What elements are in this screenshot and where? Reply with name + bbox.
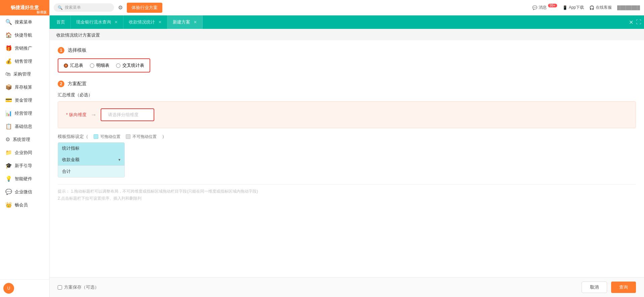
stat-col-label: 收款金额 xyxy=(62,157,79,163)
member-icon: 👑 xyxy=(5,202,12,208)
sidebar-item-newbie[interactable]: 🎓新手引导 xyxy=(0,159,49,172)
sidebar-item-operations[interactable]: 📊经营管理 xyxy=(0,107,49,120)
step2-title: 方案配置 xyxy=(68,81,87,87)
avatar: U xyxy=(3,283,14,294)
tab-home[interactable]: 首页 xyxy=(50,15,71,29)
radio-detail-input[interactable] xyxy=(90,63,94,68)
breadcrumb: 收款情况统计方案设置 xyxy=(56,33,100,38)
sidebar-item-label: 销售管理 xyxy=(15,58,32,64)
save-option[interactable]: 方案保存（可选） xyxy=(58,284,99,290)
step1-label: 1 选择模板 xyxy=(58,47,636,54)
sidebar-item-label: 系统管理 xyxy=(13,137,30,143)
purchase-icon: 🛍 xyxy=(5,71,11,77)
close-tab-icon[interactable]: ✕ xyxy=(629,19,633,26)
radio-cross-label: 交叉统计表 xyxy=(122,62,144,68)
tab-bank-flow[interactable]: 现金银行流水查询✕ xyxy=(71,15,123,29)
topbar: 🔍 搜索菜单 ⚙ 体验行业方案 💬 消息 99+ 📱 App下载 🎧 在线客服 … xyxy=(50,0,644,15)
tab-close-icon[interactable]: ✕ xyxy=(194,20,197,24)
draggable-box xyxy=(94,134,98,139)
sidebar-item-enterprise[interactable]: 📁企业协同 xyxy=(0,146,49,159)
tab-collection-stat[interactable]: 收款情况统计✕ xyxy=(123,15,167,29)
dimension-section-label: 汇总维度（必选） xyxy=(58,92,636,98)
config-section: 汇总维度（必选） 纵向维度 → 请选择分组维度 模板指标设定（ xyxy=(58,92,636,207)
service-link[interactable]: 🎧 在线客服 xyxy=(589,5,612,10)
message-icon: 💬 xyxy=(532,5,537,10)
sidebar-item-sales[interactable]: 💰销售管理 xyxy=(0,55,49,68)
draggable-hint: 可拖动位置 xyxy=(94,134,120,140)
tab-label: 新建方案 xyxy=(173,19,190,25)
step2-section: 2 方案配置 汇总维度（必选） 纵向维度 → 请选择分组维度 xyxy=(58,81,636,207)
tip2: 2.点击标题栏下拉可设置排序、插入列和删除列 xyxy=(58,196,636,201)
radio-detail-label: 明细表 xyxy=(96,62,109,68)
sidebar-item-label: 库存核算 xyxy=(15,84,32,90)
stat-header-label: 统计指标 xyxy=(62,145,79,151)
tab-label: 收款情况统计 xyxy=(129,19,155,25)
sidebar-item-marketing[interactable]: 🎁营销推广 xyxy=(0,42,49,55)
tab-new-plan[interactable]: 新建方案✕ xyxy=(167,15,203,29)
sidebar-item-basic-info[interactable]: 📋基础信息 xyxy=(0,120,49,133)
tip1: 提示： 1.拖动标题栏可以调整布局，不可跨维度或指标区域拖动栏目字段(只能在同一… xyxy=(58,189,636,194)
stat-col-header[interactable]: 收款金额 ▾ xyxy=(58,154,124,165)
step2-label: 2 方案配置 xyxy=(58,81,636,87)
step1-section: 1 选择模板 汇总表 明细表 xyxy=(58,47,636,72)
sidebar-item-inventory[interactable]: 📦库存核算 xyxy=(0,81,49,94)
radio-cross-input[interactable] xyxy=(116,63,120,68)
radio-group: 汇总表 明细表 交叉统计表 xyxy=(64,62,144,68)
tabs-bar: 首页现金银行流水查询✕收款情况统计✕新建方案✕ ✕ ⛶ xyxy=(50,15,644,29)
enterprise-icon: 📁 xyxy=(5,149,12,156)
logo-text: 畅捷通好生意 xyxy=(11,5,39,11)
message-count: 99+ xyxy=(548,4,557,7)
message-link[interactable]: 💬 消息 99+ xyxy=(532,5,557,10)
version-badge: 标准版 xyxy=(37,10,47,15)
save-checkbox[interactable] xyxy=(58,285,62,290)
app-logo: 畅捷通好生意 标准版 xyxy=(0,0,49,15)
sidebar-item-label: 畅会员 xyxy=(15,202,28,208)
tips-area: 提示： 1.拖动标题栏可以调整布局，不可跨维度或指标区域拖动栏目字段(只能在同一… xyxy=(58,184,636,207)
arrow-icon: → xyxy=(91,111,97,118)
fixed-box xyxy=(126,134,130,139)
sidebar-item-label: 搜索菜单 xyxy=(15,19,32,25)
cancel-button[interactable]: 取消 xyxy=(582,282,607,293)
radio-summary[interactable]: 汇总表 xyxy=(64,62,83,68)
radio-summary-input[interactable] xyxy=(64,63,68,68)
sidebar-item-label: 企业协同 xyxy=(15,150,32,156)
sidebar-item-weixin[interactable]: 💬企业微信 xyxy=(0,185,49,198)
sidebar-item-member[interactable]: 👑畅会员 xyxy=(0,198,49,211)
radio-detail[interactable]: 明细表 xyxy=(90,62,109,68)
weixin-icon: 💬 xyxy=(5,189,12,195)
tab-close-icon[interactable]: ✕ xyxy=(158,20,162,24)
sidebar-item-capital[interactable]: 💳资金管理 xyxy=(0,94,49,107)
inventory-icon: 📦 xyxy=(5,84,12,90)
sys-mgmt-icon: ⚙ xyxy=(5,136,10,143)
sidebar-bottom: U xyxy=(0,279,49,297)
maximize-icon[interactable]: ⛶ xyxy=(636,19,641,25)
sidebar-item-sys-mgmt[interactable]: ⚙系统管理 xyxy=(0,133,49,146)
query-button[interactable]: 查询 xyxy=(611,282,636,293)
template-select-box: 汇总表 明细表 交叉统计表 xyxy=(58,58,150,72)
dimension-select[interactable]: 请选择分组维度 xyxy=(101,108,154,121)
sidebar-item-label: 资金管理 xyxy=(15,97,32,103)
settings-icon[interactable]: ⚙ xyxy=(118,4,123,11)
sidebar-item-quick-nav[interactable]: 🏠快捷导航 xyxy=(0,29,49,42)
trial-button[interactable]: 体验行业方案 xyxy=(127,3,162,13)
sidebar-item-smart-hw[interactable]: 💡智能硬件 xyxy=(0,172,49,185)
sidebar: 畅捷通好生意 标准版 🔍搜索菜单🏠快捷导航🎁营销推广💰销售管理🛍采购管理📦库存核… xyxy=(0,0,50,297)
stat-table-header: 统计指标 xyxy=(58,143,124,154)
service-icon: 🎧 xyxy=(589,5,594,10)
fixed-hint: 不可拖动位置 xyxy=(126,134,157,140)
sidebar-item-purchase[interactable]: 🛍采购管理 xyxy=(0,68,49,81)
footer-buttons: 取消 查询 xyxy=(582,282,636,293)
sidebar-item-label: 快捷导航 xyxy=(15,32,32,38)
sidebar-item-search-menu[interactable]: 🔍搜索菜单 xyxy=(0,15,49,29)
download-link[interactable]: 📱 App下载 xyxy=(562,5,584,10)
tab-close-icon[interactable]: ✕ xyxy=(114,20,118,24)
search-menu-bar[interactable]: 🔍 搜索菜单 xyxy=(54,3,114,12)
stat-table: 统计指标 收款金额 ▾ 合计 xyxy=(58,142,125,178)
dropdown-arrow[interactable]: ▾ xyxy=(118,157,120,162)
radio-cross[interactable]: 交叉统计表 xyxy=(116,62,144,68)
service-label: 在线客服 xyxy=(596,5,612,10)
content-area: 收款情况统计方案设置 1 选择模板 汇总表 xyxy=(50,29,644,297)
sidebar-item-label: 新手引导 xyxy=(15,163,32,169)
newbie-icon: 🎓 xyxy=(5,162,12,169)
sidebar-item-label: 智能硬件 xyxy=(15,176,32,182)
